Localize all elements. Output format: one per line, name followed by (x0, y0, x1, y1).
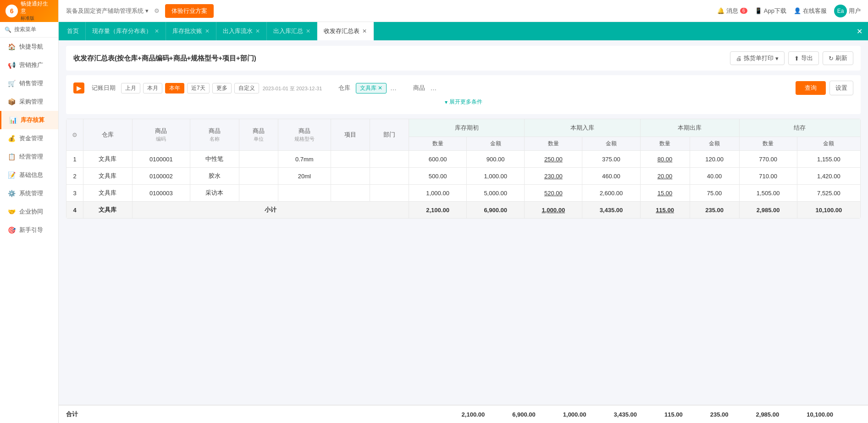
btn-settings[interactable]: 设置 (829, 81, 853, 95)
row-out-amt: 120.00 (690, 151, 739, 168)
btn-export[interactable]: ⬆ 导出 (788, 51, 819, 65)
sales-icon: 🛒 (7, 80, 16, 87)
sidebar-item-finance[interactable]: 💰 资金管理 (0, 129, 58, 148)
chevron-down-icon: ▾ (145, 7, 149, 14)
finance-icon: 💰 (7, 135, 16, 142)
date-btn-more[interactable]: 更多 (212, 83, 232, 93)
tab-in-out-flow[interactable]: 出入库流水 ✕ (216, 22, 267, 40)
warehouse-tag[interactable]: 文具库 ✕ (356, 83, 387, 93)
subtotal-no: 4 (66, 202, 83, 219)
row-close-amt: 1,420.00 (797, 168, 860, 185)
row-close-qty: 770.00 (739, 151, 797, 168)
date-btn-custom[interactable]: 自定义 (234, 83, 259, 93)
filter-row: ▶ 记账日期 上月 本月 本年 近7天 更多 自定义 2023-01-01 至 … (73, 81, 853, 95)
tab-inventory-dist-close[interactable]: ✕ (155, 28, 159, 34)
tab-batch-ledger[interactable]: 库存批次账 ✕ (166, 22, 216, 40)
sidebar-item-quick-nav[interactable]: 🏠 快捷导航 (0, 38, 58, 56)
system-name: 装备及固定资产辅助管理系统 (66, 7, 144, 15)
subtotal-out-qty[interactable]: 115.00 (640, 202, 690, 219)
logo-icon: 6 (6, 5, 18, 17)
online-service-item[interactable]: 👤 在线客服 (794, 7, 827, 15)
expand-more-btn[interactable]: ▾ 展开更多条件 (73, 95, 853, 109)
row-in-qty[interactable]: 520.00 (525, 185, 582, 202)
system-select[interactable]: 装备及固定资产辅助管理系统 ▾ (66, 7, 149, 15)
row-warehouse: 文具库 (83, 151, 133, 168)
warehouse-dots[interactable]: ... (390, 84, 396, 92)
th-opening: 库存期初 (409, 119, 525, 137)
row-project (331, 168, 370, 185)
btn-print[interactable]: 🖨 拣货单打印 ▾ (730, 51, 785, 65)
warehouse-tag-close[interactable]: ✕ (378, 85, 382, 91)
btn-query[interactable]: 查询 (796, 81, 826, 95)
logo-sub: 标准版 (21, 15, 53, 22)
tab-in-out-flow-label: 出入库流水 (223, 27, 253, 35)
chevron-down-print: ▾ (775, 55, 779, 62)
product-dots[interactable]: ... (431, 84, 437, 92)
filter-expand-btn[interactable]: ▶ (73, 82, 84, 93)
tab-batch-ledger-label: 库存批次账 (172, 27, 202, 35)
bell-icon: 🔔 (717, 7, 724, 14)
date-btn-this-year[interactable]: 本年 (165, 83, 184, 93)
online-service-label: 在线客服 (803, 7, 827, 15)
sidebar-item-inventory[interactable]: 📊 库存核算 (0, 111, 58, 129)
tab-in-out-summary-label: 出入库汇总 (273, 27, 303, 35)
tab-in-out-summary-close[interactable]: ✕ (306, 28, 310, 34)
system-icon: ⚙️ (7, 190, 16, 197)
date-btn-this-month[interactable]: 本月 (143, 83, 162, 93)
footer-inner: 合计 2,100.00 6,900.00 1,000.00 3,435.00 1… (66, 410, 861, 418)
row-in-qty[interactable]: 230.00 (525, 168, 582, 185)
total-label: 合计 (66, 410, 78, 418)
row-project (331, 151, 370, 168)
th-close-amt: 金额 (797, 137, 860, 151)
tab-batch-ledger-close[interactable]: ✕ (205, 28, 210, 34)
sidebar-item-sales[interactable]: 🛒 销售管理 (0, 74, 58, 93)
tab-recv-send-summary-close[interactable]: ✕ (362, 28, 367, 34)
page-content: 收发存汇总表(按仓库+商品编码+商品+规格型号+项目+部门) 🖨 拣货单打印 ▾… (59, 40, 868, 247)
sidebar-search[interactable]: 🔍 搜索菜单 (0, 22, 58, 38)
sidebar-item-guide[interactable]: 🎯 新手引导 (0, 221, 58, 239)
sidebar-item-purchase[interactable]: 📦 采购管理 (0, 93, 58, 111)
row-code: 0100002 (132, 168, 190, 185)
app-download-item[interactable]: 📱 App下载 (755, 7, 786, 15)
tab-inventory-dist[interactable]: 现存量（库存分布表） ✕ (86, 22, 166, 40)
sidebar-item-system[interactable]: ⚙️ 系统管理 (0, 184, 58, 203)
row-open-amt: 900.00 (467, 151, 525, 168)
th-closing: 结存 (739, 119, 860, 137)
tab-home-label: 首页 (67, 27, 79, 35)
sidebar-item-operations[interactable]: 📋 经营管理 (0, 148, 58, 166)
date-label: 记账日期 (92, 84, 116, 92)
tabbar-close-all[interactable]: ✕ (853, 27, 866, 36)
phone-icon: 📱 (755, 7, 762, 14)
gear-settings-icon[interactable]: ⚙ (154, 7, 160, 14)
user-item[interactable]: Ea 用户 (834, 5, 861, 17)
row-no: 3 (66, 185, 83, 202)
messages-label: 消息 (726, 7, 738, 15)
row-out-qty[interactable]: 80.00 (640, 151, 690, 168)
row-name: 中性笔 (190, 151, 239, 168)
messages-item[interactable]: 🔔 消息 6 (717, 7, 747, 15)
th-code: 商品编码 (132, 119, 190, 151)
date-btn-7days[interactable]: 近7天 (187, 83, 210, 93)
th-gear[interactable]: ⚙ (66, 119, 83, 151)
row-in-qty[interactable]: 250.00 (525, 151, 582, 168)
export-icon: ⬆ (794, 55, 799, 62)
sidebar-item-enterprise[interactable]: 🤝 企业协同 (0, 203, 58, 221)
demo-btn[interactable]: 体验行业方案 (165, 4, 214, 18)
row-unit (239, 151, 278, 168)
sidebar-item-basic-info[interactable]: 📝 基础信息 (0, 166, 58, 184)
row-out-qty[interactable]: 20.00 (640, 168, 690, 185)
row-close-amt: 7,525.00 (797, 185, 860, 202)
user-label: 用户 (849, 7, 861, 15)
row-out-qty[interactable]: 15.00 (640, 185, 690, 202)
sidebar-item-label: 快捷导航 (19, 43, 43, 51)
tab-in-out-flow-close[interactable]: ✕ (255, 28, 260, 34)
subtotal-in-qty[interactable]: 1,000.00 (525, 202, 582, 219)
tab-home[interactable]: 首页 (61, 22, 86, 40)
tab-recv-send-summary[interactable]: 收发存汇总表 ✕ (317, 22, 374, 40)
sidebar-item-marketing[interactable]: 📢 营销推广 (0, 56, 58, 74)
row-no: 1 (66, 151, 83, 168)
date-btn-last-month[interactable]: 上月 (121, 83, 140, 93)
btn-refresh[interactable]: ↻ 刷新 (823, 51, 853, 65)
sidebar-item-label: 采购管理 (19, 98, 43, 106)
tab-in-out-summary[interactable]: 出入库汇总 ✕ (267, 22, 317, 40)
